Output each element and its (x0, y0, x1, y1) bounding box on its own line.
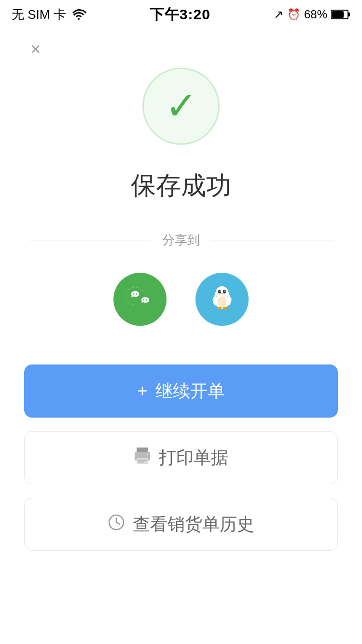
svg-point-6 (133, 293, 134, 294)
status-left: 无 SIM 卡 (12, 6, 86, 23)
svg-point-7 (136, 293, 137, 294)
svg-point-20 (217, 307, 222, 309)
divider-line-left (29, 240, 151, 240)
status-bar: 无 SIM 卡 下午3:20 ↗ ⏰ 68% (0, 0, 362, 29)
close-button[interactable]: × (21, 35, 50, 64)
status-right: ↗ ⏰ 68% (274, 8, 350, 21)
battery-icon (331, 9, 350, 20)
continue-order-button[interactable]: + 继续开单 (24, 364, 338, 418)
plus-icon: + (137, 381, 147, 401)
svg-point-15 (219, 290, 220, 291)
svg-rect-2 (332, 11, 344, 18)
wifi-icon (71, 9, 86, 20)
view-history-label: 查看销货单历史 (133, 513, 254, 536)
wechat-share-button[interactable] (113, 273, 167, 326)
continue-order-label: 继续开单 (155, 379, 225, 403)
print-receipt-button[interactable]: 打印单据 (24, 431, 338, 484)
success-circle: ✓ (142, 68, 220, 145)
divider-line-right (211, 240, 333, 240)
share-icons-group (113, 273, 249, 326)
success-title: 保存成功 (131, 169, 231, 203)
wechat-icon (125, 286, 156, 313)
alarm-icon: ⏰ (287, 8, 300, 21)
print-receipt-label: 打印单据 (159, 446, 228, 470)
qq-icon (207, 284, 238, 315)
svg-point-9 (146, 299, 147, 300)
share-divider: 分享到 (0, 232, 362, 249)
svg-point-14 (223, 290, 226, 294)
svg-rect-24 (137, 448, 148, 452)
svg-point-16 (224, 290, 225, 291)
svg-point-13 (218, 290, 221, 294)
carrier-label: 无 SIM 卡 (12, 6, 66, 23)
svg-rect-26 (137, 458, 148, 464)
svg-line-32 (116, 522, 120, 524)
qq-share-button[interactable] (195, 273, 249, 326)
svg-rect-29 (147, 454, 148, 455)
view-history-button[interactable]: 查看销货单历史 (24, 498, 338, 551)
share-divider-text: 分享到 (151, 232, 211, 249)
svg-point-19 (218, 296, 226, 307)
main-content: ✓ 保存成功 分享到 (0, 29, 362, 551)
close-icon: × (30, 39, 41, 59)
svg-point-8 (143, 299, 144, 300)
status-time: 下午3:20 (150, 5, 210, 25)
action-buttons: + 继续开单 打印单据 (0, 364, 362, 551)
svg-point-21 (223, 307, 227, 309)
checkmark-icon: ✓ (165, 87, 197, 126)
history-icon (108, 514, 125, 535)
svg-rect-1 (348, 13, 350, 16)
location-icon: ↗ (274, 8, 283, 21)
svg-rect-27 (138, 460, 147, 461)
battery-label: 68% (304, 8, 327, 21)
svg-rect-28 (138, 462, 144, 462)
print-icon (134, 448, 151, 468)
